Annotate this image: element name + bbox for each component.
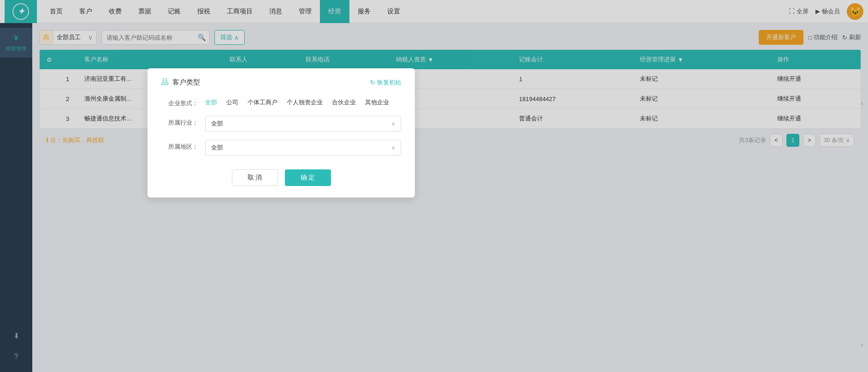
reset-label: 恢复初始 [377, 78, 401, 87]
region-form-row: 所属地区： 全部 ∨ [161, 140, 401, 156]
industry-label: 所属行业： [161, 116, 198, 127]
enterprise-types-container: 全部 公司 个体工商户 个人独资企业 合伙企业 其他企业 [205, 96, 401, 107]
enterprise-form-label: 企业形式： [161, 96, 198, 108]
industry-value: 全部 [211, 120, 223, 128]
region-arrow: ∨ [391, 145, 395, 151]
industry-select[interactable]: 全部 ∨ [205, 116, 401, 132]
industry-form-row: 所属行业： 全部 ∨ [161, 116, 401, 132]
dialog-overlay[interactable] [0, 0, 868, 372]
dialog-title-text: 客户类型 [172, 78, 200, 87]
dialog-footer: 取 消 确 定 [161, 169, 401, 186]
dialog-title: 品 客户类型 [161, 78, 200, 87]
cancel-button[interactable]: 取 消 [232, 169, 278, 186]
industry-select-container: 全部 ∨ [205, 116, 401, 132]
type-sole[interactable]: 个人独资企业 [287, 98, 323, 107]
industry-arrow: ∨ [391, 121, 395, 127]
enterprise-types: 全部 公司 个体工商户 个人独资企业 合伙企业 其他企业 [205, 96, 401, 107]
enterprise-form-row: 企业形式： 全部 公司 个体工商户 个人独资企业 合伙企业 其他企业 [161, 96, 401, 108]
filter-dialog: 品 客户类型 ↻ 恢复初始 企业形式： 全部 公司 个体工商户 个人独资企业 合… [148, 68, 415, 198]
confirm-button[interactable]: 确 定 [285, 169, 331, 186]
dialog-header: 品 客户类型 ↻ 恢复初始 [161, 78, 401, 87]
reset-icon: ↻ [370, 79, 375, 86]
type-other[interactable]: 其他企业 [365, 98, 389, 107]
dialog-title-icon: 品 [161, 78, 169, 87]
region-select-container: 全部 ∨ [205, 140, 401, 156]
region-select[interactable]: 全部 ∨ [205, 140, 401, 156]
type-company[interactable]: 公司 [226, 98, 238, 107]
region-value: 全部 [211, 144, 223, 152]
type-partnership[interactable]: 合伙企业 [332, 98, 356, 107]
type-individual[interactable]: 个体工商户 [248, 98, 278, 107]
reset-button[interactable]: ↻ 恢复初始 [370, 78, 401, 87]
type-all[interactable]: 全部 [205, 98, 217, 107]
region-label: 所属地区： [161, 140, 198, 151]
